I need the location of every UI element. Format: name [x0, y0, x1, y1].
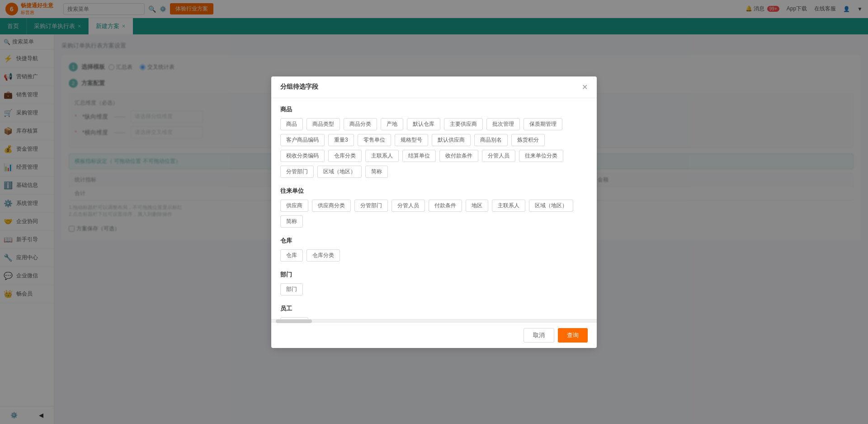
field-tag[interactable]: 零售单位	[358, 134, 391, 146]
section-goods: 商品 商品 商品类型 商品分类 产地 默认仓库 主要供应商 批次管理 保质期管理…	[280, 105, 588, 178]
field-tag[interactable]: 税收分类编码	[280, 150, 325, 162]
field-tag[interactable]: 部门	[280, 283, 303, 295]
modal-title: 分组待选字段	[280, 83, 318, 91]
field-tag[interactable]: 付款条件	[429, 200, 462, 212]
modal-close-icon[interactable]: ✕	[582, 83, 588, 91]
field-tag[interactable]: 仓库分类	[328, 150, 362, 162]
confirm-button[interactable]: 查询	[558, 328, 588, 343]
section-dept-title: 部门	[280, 271, 588, 279]
field-tag[interactable]: 收付款条件	[439, 150, 478, 162]
field-tag[interactable]: 重量3	[328, 134, 354, 146]
field-tag[interactable]: 商品	[280, 118, 303, 130]
field-tag[interactable]: 供应商分类	[312, 200, 351, 212]
field-tag[interactable]: 默认仓库	[407, 118, 440, 130]
field-tag[interactable]: 默认供应商	[432, 134, 471, 146]
section-warehouse-tags: 仓库 仓库分类	[280, 249, 588, 262]
field-tag[interactable]: 商品分类	[344, 118, 377, 130]
field-tag[interactable]: 仓库	[280, 249, 303, 262]
section-warehouse-title: 仓库	[280, 237, 588, 245]
field-tag[interactable]: 分管部门	[354, 200, 388, 212]
section-partner-tags: 供应商 供应商分类 分管部门 分管人员 付款条件 地区 主联系人 区域（地区） …	[280, 200, 588, 228]
section-goods-title: 商品	[280, 105, 588, 114]
field-tag[interactable]: 区域（地区）	[529, 200, 573, 212]
field-tag[interactable]: 往来单位分类	[519, 150, 563, 162]
field-tag[interactable]: 炼货积分	[511, 134, 545, 146]
field-tag[interactable]: 分管人员	[482, 150, 515, 162]
field-tag[interactable]: 商品别名	[474, 134, 508, 146]
field-tag[interactable]: 仓库分类	[307, 249, 340, 262]
field-tag[interactable]: 简称	[280, 215, 303, 228]
section-warehouse: 仓库 仓库 仓库分类	[280, 237, 588, 262]
modal-body: 商品 商品 商品类型 商品分类 产地 默认仓库 主要供应商 批次管理 保质期管理…	[271, 98, 597, 319]
field-tag[interactable]: 产地	[381, 118, 403, 130]
modal-overlay: 分组待选字段 ✕ 商品 商品 商品类型 商品分类 产地 默认仓库 主要供应商 批…	[0, 0, 868, 424]
field-tag[interactable]: 分管部门	[280, 166, 314, 178]
field-tag[interactable]: 简称	[365, 166, 388, 178]
field-tag[interactable]: 分管人员	[392, 200, 425, 212]
field-tag[interactable]: 结算单位	[402, 150, 436, 162]
field-tag[interactable]: 保质期管理	[524, 118, 562, 130]
modal-hscroll[interactable]	[271, 319, 597, 322]
field-tag[interactable]: 供应商	[280, 200, 308, 212]
field-tag[interactable]: 规格型号	[395, 134, 428, 146]
section-employee-title: 员工	[280, 305, 588, 313]
cancel-button[interactable]: 取消	[524, 328, 554, 343]
field-tag[interactable]: 商品类型	[307, 118, 340, 130]
section-partner-title: 往来单位	[280, 187, 588, 195]
section-employee: 员工 业务员	[280, 305, 588, 319]
field-tag[interactable]: 主联系人	[365, 150, 399, 162]
modal-footer: 取消 查询	[271, 322, 597, 348]
field-tag[interactable]: 主要供应商	[444, 118, 483, 130]
modal-hscroll-thumb[interactable]	[276, 319, 312, 323]
section-goods-tags: 商品 商品类型 商品分类 产地 默认仓库 主要供应商 批次管理 保质期管理 客户…	[280, 118, 588, 178]
field-tag[interactable]: 地区	[466, 200, 488, 212]
section-partner: 往来单位 供应商 供应商分类 分管部门 分管人员 付款条件 地区 主联系人 区域…	[280, 187, 588, 228]
modal-header: 分组待选字段 ✕	[271, 76, 597, 98]
section-dept-tags: 部门	[280, 283, 588, 295]
field-tag[interactable]: 批次管理	[486, 118, 520, 130]
modal-field-select: 分组待选字段 ✕ 商品 商品 商品类型 商品分类 产地 默认仓库 主要供应商 批…	[271, 76, 597, 348]
field-tag[interactable]: 客户商品编码	[280, 134, 325, 146]
field-tag[interactable]: 区域（地区）	[317, 166, 362, 178]
section-dept: 部门 部门	[280, 271, 588, 295]
field-tag[interactable]: 主联系人	[492, 200, 525, 212]
